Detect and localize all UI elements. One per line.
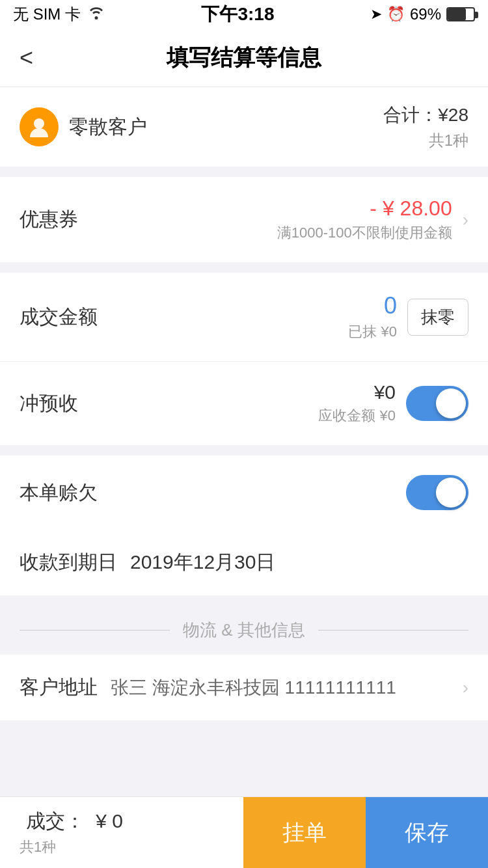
prepay-toggle[interactable] [406,386,468,421]
back-button[interactable]: < [20,38,40,78]
bottom-deal-value: ¥ 0 [96,810,123,832]
due-date-label: 收款到期日 [20,549,117,576]
status-bar-right: ➤ ⏰ 69% [370,5,475,23]
nav-bar: < 填写结算等信息 [0,29,488,87]
wifi-icon [87,5,105,23]
coupon-discount: - ¥ 28.00 [277,197,452,221]
logistics-line-left [20,630,170,631]
coupon-right: - ¥ 28.00 满1000-100不限制使用金额 › [78,197,468,243]
prepay-row: 冲预收 ¥0 应收金额 ¥0 [0,362,488,445]
bottom-bar: 成交： ¥ 0 共1种 挂单 保存 [0,796,488,868]
already-rounded-text: 已抹 ¥0 [348,322,397,342]
avatar [20,107,59,146]
svg-point-0 [34,118,44,129]
customer-section: 零散客户 合计：¥28 共1种 [0,87,488,167]
coupon-row[interactable]: 优惠券 - ¥ 28.00 满1000-100不限制使用金额 › [0,177,488,262]
location-icon: ➤ [370,6,382,23]
customer-right: 合计：¥28 共1种 [383,103,468,151]
divider-3 [0,445,488,455]
battery-icon [446,7,475,21]
debit-row: 本单赊欠 [0,455,488,530]
save-button[interactable]: 保存 [366,797,488,869]
divider-4 [0,595,488,606]
coupon-description: 满1000-100不限制使用金额 [277,223,452,243]
address-value: 张三 海淀永丰科技园 11111111111 [111,675,463,700]
prepay-label: 冲预收 [20,390,78,417]
debit-label: 本单赊欠 [20,480,98,506]
address-section: 客户地址 张三 海淀永丰科技园 11111111111 › [0,655,488,720]
logistics-header: 物流 & 其他信息 [0,606,488,655]
logistics-title: 物流 & 其他信息 [183,619,305,642]
alarm-icon: ⏰ [387,6,405,23]
transaction-amount-row: 成交金额 0 已抹 ¥0 抹零 [0,273,488,362]
transaction-right: 0 已抹 ¥0 抹零 [98,292,468,342]
content: 零散客户 合计：¥28 共1种 优惠券 - ¥ 28.00 满1000-100不… [0,87,488,868]
status-bar-time: 下午3:18 [201,2,274,27]
customer-count: 共1种 [383,130,468,151]
bottom-count: 共1种 [20,837,224,857]
hang-button-label: 挂单 [282,818,327,848]
prepay-receivable: 应收金额 ¥0 [318,406,396,426]
address-chevron-icon: › [463,677,468,698]
address-row[interactable]: 客户地址 张三 海淀永丰科技园 11111111111 › [0,655,488,720]
bottom-info: 成交： ¥ 0 共1种 [0,808,243,857]
divider-1 [0,167,488,177]
divider-2 [0,262,488,273]
page-title: 填写结算等信息 [167,43,321,73]
debit-toggle-knob [436,478,466,508]
coupon-section: 优惠券 - ¥ 28.00 满1000-100不限制使用金额 › [0,177,488,262]
save-button-label: 保存 [405,818,449,848]
debit-toggle[interactable] [406,475,468,510]
transaction-label: 成交金额 [20,304,98,331]
transaction-value: 0 [348,292,397,319]
status-bar-left: 无 SIM 卡 [13,4,105,25]
customer-left: 零散客户 [20,107,147,146]
round-off-button[interactable]: 抹零 [407,299,468,336]
toggle-knob [436,388,466,418]
debit-section: 本单赊欠 [0,455,488,530]
bottom-deal-text: 成交： [26,810,85,832]
hang-button[interactable]: 挂单 [243,797,366,869]
address-label: 客户地址 [20,674,98,701]
due-date-section: 收款到期日 2019年12月30日 [0,530,488,595]
customer-name: 零散客户 [69,114,147,141]
carrier-text: 无 SIM 卡 [13,4,81,25]
prepay-right: ¥0 应收金额 ¥0 [78,381,468,426]
prepay-amount: ¥0 [318,381,396,403]
status-bar: 无 SIM 卡 下午3:18 ➤ ⏰ 69% [0,0,488,29]
battery-percent: 69% [410,5,441,23]
chevron-right-icon: › [463,210,468,230]
bottom-deal-label: 成交： ¥ 0 [20,808,224,835]
customer-total: 合计：¥28 [383,103,468,128]
logistics-line-right [318,630,468,631]
due-date-value: 2019年12月30日 [130,549,275,576]
payment-section: 成交金额 0 已抹 ¥0 抹零 冲预收 ¥0 应收金额 ¥0 [0,273,488,445]
coupon-label: 优惠券 [20,206,78,233]
due-date-row[interactable]: 收款到期日 2019年12月30日 [0,530,488,595]
